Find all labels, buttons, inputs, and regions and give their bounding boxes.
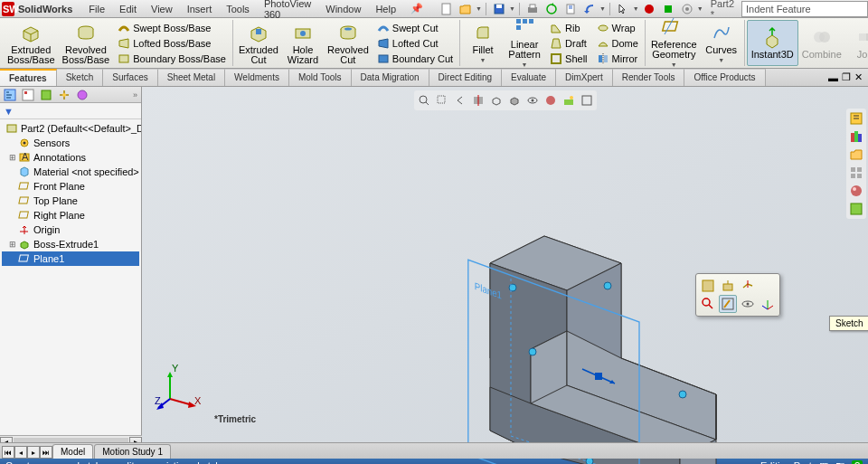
tab-office-products[interactable]: Office Products	[684, 69, 765, 86]
tab-surfaces[interactable]: Surfaces	[103, 69, 157, 86]
tp-explorer-icon[interactable]	[848, 147, 864, 163]
tree-plane1[interactable]: Plane1	[2, 251, 139, 266]
tree-material[interactable]: Material <not specified>	[2, 165, 139, 179]
menu-insert[interactable]: Insert	[180, 2, 220, 16]
tp-library-icon[interactable]	[848, 128, 864, 145]
dropdown-arrow-icon[interactable]: ▼	[599, 5, 606, 12]
status-custom-icon[interactable]: ◧	[835, 460, 844, 465]
expand-icon[interactable]: ⊞	[7, 153, 18, 162]
tab-nav-first-icon[interactable]: ⏮	[2, 446, 14, 459]
tree-right-plane[interactable]: Right Plane	[2, 208, 139, 223]
boundary-boss-button[interactable]: Boundary Boss/Base	[115, 52, 229, 66]
ctx-sketch-icon[interactable]	[719, 295, 737, 313]
filter-icon[interactable]: ▼	[4, 106, 14, 117]
ctx-hide-icon[interactable]	[739, 295, 757, 313]
menu-window[interactable]: Window	[318, 2, 368, 16]
tree-sensors[interactable]: Sensors	[2, 136, 139, 150]
options-icon[interactable]	[561, 1, 580, 17]
ctx-parent-icon[interactable]	[719, 277, 737, 295]
tp-custom-icon[interactable]	[848, 201, 864, 217]
menu-help[interactable]: Help	[368, 2, 403, 16]
tab-mold-tools[interactable]: Mold Tools	[289, 69, 352, 86]
boundary-cut-button[interactable]: Boundary Cut	[374, 52, 456, 66]
extruded-cut-button[interactable]: Extruded Cut	[235, 20, 282, 66]
settings-icon[interactable]	[678, 1, 696, 17]
tp-resources-icon[interactable]	[848, 110, 864, 127]
open-icon[interactable]	[457, 1, 475, 17]
swept-cut-button[interactable]: Swept Cut	[374, 21, 456, 35]
shell-button[interactable]: Shell	[547, 52, 590, 66]
instant3d-button[interactable]: Instant3D	[747, 20, 798, 66]
tree-boss-extrude[interactable]: ⊞Boss-Extrude1	[2, 237, 139, 251]
tab-evaluate[interactable]: Evaluate	[502, 69, 556, 86]
tp-appearances-icon[interactable]	[848, 183, 864, 199]
viewport-3d[interactable]: Plane1	[142, 87, 868, 442]
bottom-tab-model[interactable]: Model	[52, 444, 93, 459]
minimize-child-icon[interactable]: ▬	[828, 72, 838, 83]
model-canvas[interactable]: Plane1	[142, 87, 868, 442]
restore-child-icon[interactable]: ❐	[842, 71, 851, 83]
tree-root[interactable]: Part2 (Default<<Default>_Displa	[2, 121, 139, 136]
appearance-icon[interactable]	[640, 1, 658, 17]
close-child-icon[interactable]: ✕	[854, 71, 863, 83]
tab-nav-last-icon[interactable]: ⏭	[40, 446, 52, 459]
draft-button[interactable]: Draft	[547, 36, 590, 51]
rebuild-icon[interactable]	[542, 1, 561, 17]
ctx-zoom-icon[interactable]	[699, 295, 717, 313]
menu-file[interactable]: File	[81, 2, 112, 16]
mirror-button[interactable]: Mirror	[594, 52, 641, 66]
tree-top-plane[interactable]: Top Plane	[2, 194, 139, 208]
expand-icon[interactable]: ⊞	[7, 240, 18, 249]
tab-render-tools[interactable]: Render Tools	[613, 69, 685, 86]
tab-direct-editing[interactable]: Direct Editing	[429, 69, 502, 86]
ctx-normal-icon[interactable]	[739, 277, 757, 295]
tab-dimxpert[interactable]: DimXpert	[556, 69, 613, 86]
dropdown-arrow-icon[interactable]: ▼	[509, 5, 515, 12]
ctx-3dsketch-icon[interactable]	[759, 295, 777, 313]
hole-wizard-button[interactable]: Hole Wizard	[282, 20, 324, 66]
select-icon[interactable]	[614, 1, 632, 17]
menu-tools[interactable]: Tools	[219, 2, 257, 16]
menu-edit[interactable]: Edit	[112, 2, 144, 16]
swept-boss-button[interactable]: Swept Boss/Base	[115, 21, 229, 35]
tab-nav-prev-icon[interactable]: ◂	[14, 446, 27, 459]
tp-view-palette-icon[interactable]	[848, 165, 864, 181]
menu-photoview[interactable]: PhotoView 360	[257, 0, 318, 22]
print-icon[interactable]	[524, 1, 542, 17]
status-unit-icon[interactable]: ▦	[819, 460, 828, 465]
tree-front-plane[interactable]: Front Plane	[2, 179, 139, 194]
property-tab-icon[interactable]	[22, 89, 34, 101]
curves-button[interactable]: Curves▼	[701, 20, 742, 66]
tree-annotations[interactable]: ⊞AAnnotations	[2, 150, 139, 165]
dome-button[interactable]: Dome	[594, 36, 641, 51]
new-icon[interactable]	[438, 1, 456, 17]
menu-pin-icon[interactable]: 📌	[403, 1, 430, 16]
undo-icon[interactable]	[580, 1, 599, 17]
tab-nav-next-icon[interactable]: ▸	[27, 446, 40, 459]
lofted-cut-button[interactable]: Lofted Cut	[374, 36, 456, 51]
wrap-button[interactable]: Wrap	[594, 21, 641, 35]
rebuild2-icon[interactable]	[659, 1, 677, 17]
tree-origin[interactable]: Origin	[2, 223, 139, 237]
status-help-icon[interactable]: ?	[852, 460, 863, 465]
feature-tree-tab-icon[interactable]	[4, 89, 16, 101]
extruded-boss-button[interactable]: Extruded Boss/Base	[4, 20, 59, 66]
fillet-button[interactable]: Fillet▼	[462, 20, 504, 66]
tab-features[interactable]: Features	[0, 69, 57, 86]
config-tab-icon[interactable]	[40, 89, 52, 101]
tab-sketch[interactable]: Sketch	[57, 69, 104, 86]
panel-expand-icon[interactable]: »	[133, 90, 137, 99]
search-input[interactable]: Indent Feature	[741, 1, 868, 17]
ctx-style-icon[interactable]	[699, 277, 717, 295]
dimxpert-tab-icon[interactable]	[58, 89, 71, 101]
display-tab-icon[interactable]	[76, 89, 89, 101]
tab-data-migration[interactable]: Data Migration	[352, 69, 429, 86]
lofted-boss-button[interactable]: Lofted Boss/Base	[115, 36, 229, 51]
reference-geometry-button[interactable]: Reference Geometry▼	[647, 20, 701, 66]
linear-pattern-button[interactable]: Linear Pattern▼	[504, 20, 545, 66]
dropdown-arrow-icon[interactable]: ▼	[633, 5, 639, 12]
bottom-tab-motion[interactable]: Motion Study 1	[94, 444, 171, 459]
dropdown-arrow-icon[interactable]: ▼	[476, 5, 482, 12]
save-icon[interactable]	[490, 1, 508, 17]
tab-weldments[interactable]: Weldments	[225, 69, 289, 86]
